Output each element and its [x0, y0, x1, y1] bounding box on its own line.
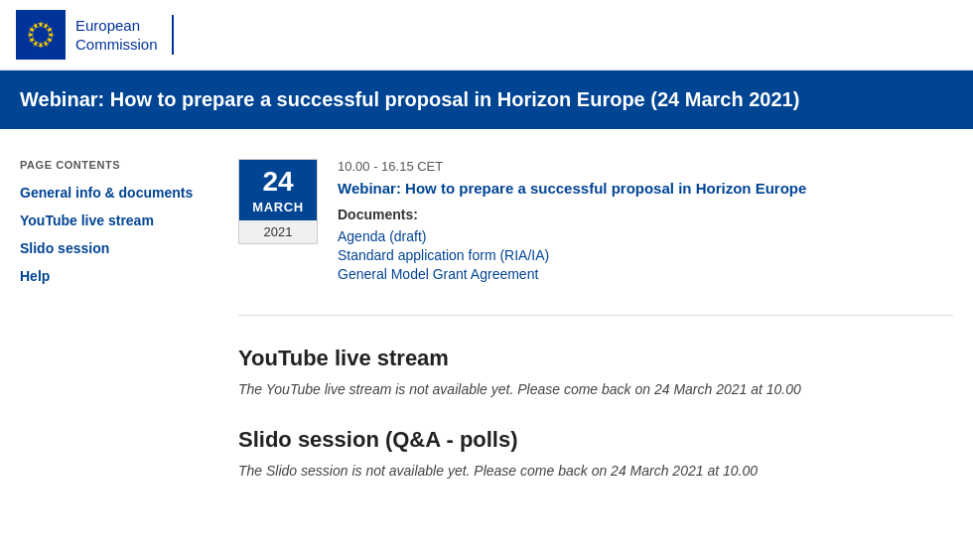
page-banner: Webinar: How to prepare a successful pro…: [0, 70, 973, 129]
slido-section-note: The Slido session is not available yet. …: [238, 463, 953, 479]
cal-day: 24: [239, 160, 317, 200]
event-time: 10.00 - 16.15 CET: [338, 159, 953, 174]
cal-month: MARCH: [239, 200, 317, 220]
org-name: European Commission: [75, 16, 158, 55]
sidebar-section-label: PAGE CONTENTS: [20, 159, 218, 171]
eu-flag-icon: [16, 10, 66, 60]
site-header: European Commission: [0, 0, 973, 70]
youtube-section: YouTube live stream The YouTube live str…: [238, 346, 953, 397]
calendar-icon: 24 MARCH 2021: [238, 159, 318, 244]
doc-link-app-form[interactable]: Standard application form (RIA/IA): [338, 247, 953, 263]
sidebar-link-slido[interactable]: Slido session: [20, 240, 218, 256]
content-area: 24 MARCH 2021 10.00 - 16.15 CET Webinar:…: [238, 159, 953, 508]
slido-section: Slido session (Q&A - polls) The Slido se…: [238, 427, 953, 479]
sidebar-link-youtube[interactable]: YouTube live stream: [20, 212, 218, 228]
cal-year: 2021: [239, 220, 317, 243]
doc-link-agenda[interactable]: Agenda (draft): [338, 228, 953, 244]
sidebar-link-general-info[interactable]: General info & documents: [20, 185, 218, 201]
doc-link-grant-agreement[interactable]: General Model Grant Agreement: [338, 266, 953, 282]
event-card: 24 MARCH 2021 10.00 - 16.15 CET Webinar:…: [238, 159, 953, 316]
banner-title: Webinar: How to prepare a successful pro…: [20, 88, 799, 110]
event-title: Webinar: How to prepare a successful pro…: [338, 180, 953, 197]
docs-label: Documents:: [338, 207, 953, 222]
ec-logo: European Commission: [16, 10, 174, 60]
event-details: 10.00 - 16.15 CET Webinar: How to prepar…: [338, 159, 953, 285]
main-content: PAGE CONTENTS General info & documents Y…: [0, 129, 973, 538]
svg-rect-0: [16, 10, 66, 60]
youtube-section-note: The YouTube live stream is not available…: [238, 381, 953, 397]
sidebar: PAGE CONTENTS General info & documents Y…: [20, 159, 238, 508]
slido-section-title: Slido session (Q&A - polls): [238, 427, 953, 453]
sidebar-link-help[interactable]: Help: [20, 268, 218, 284]
header-divider: [172, 15, 174, 55]
youtube-section-title: YouTube live stream: [238, 346, 953, 371]
